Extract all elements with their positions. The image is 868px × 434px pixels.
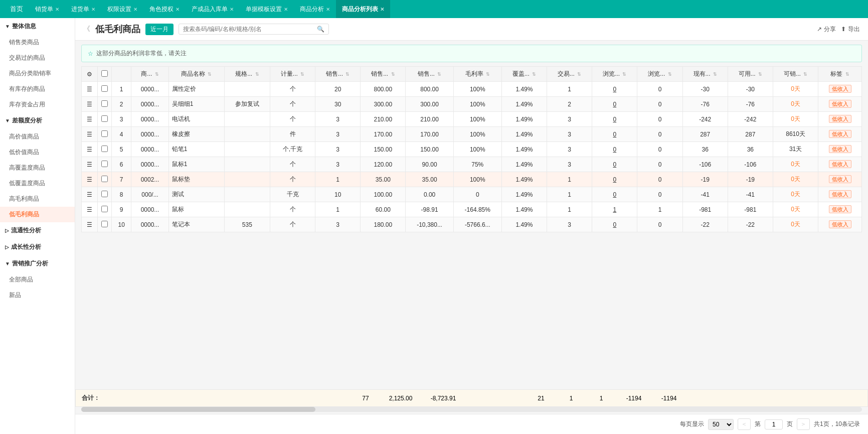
cell-view1[interactable]: 0 [592,112,637,127]
cell-settings[interactable]: ☰ [82,217,98,232]
view1-link[interactable]: 0 [613,86,616,93]
col-sale-price[interactable]: 销售... ⇅ [361,67,406,82]
col-tag[interactable]: 标签 ⇅ [818,67,862,82]
row-checkbox[interactable] [101,191,108,197]
sidebar-item-low-margin[interactable]: 低毛利商品 [0,207,75,222]
cell-view1[interactable]: 0 [592,157,637,172]
cell-settings[interactable]: ☰ [82,82,98,97]
view1-link[interactable]: 0 [613,101,616,108]
search-input[interactable] [183,26,315,33]
sidebar-group-difference-analysis[interactable]: ▼ 差额度分析 [0,112,75,129]
nav-purchase-close-icon[interactable]: ✕ [91,7,95,12]
cell-view1[interactable]: 0 [592,142,637,157]
next-page-button[interactable]: ＞ [797,418,810,430]
cell-view1[interactable]: 0 [592,127,637,142]
row-checkbox[interactable] [101,115,108,122]
cell-view1[interactable]: 0 [592,187,637,202]
nav-sales-close-icon[interactable]: ✕ [55,7,59,12]
nav-permission-settings[interactable]: 权限设置 ✕ [101,0,143,18]
nav-analysis-list-close-icon[interactable]: ✕ [380,7,384,12]
cell-settings[interactable]: ☰ [82,187,98,202]
sidebar-item-in-stock-products[interactable]: 有库存的商品 [0,81,75,97]
row-checkbox[interactable] [101,85,108,92]
cell-view1[interactable]: 0 [592,217,637,232]
col-sale-qty[interactable]: 销售... ⇅ [315,67,361,82]
sidebar-item-sales-products[interactable]: 销售类商品 [0,35,75,50]
view1-link[interactable]: 1 [613,206,616,213]
view1-link[interactable]: 0 [613,146,616,153]
sidebar-group-marketing[interactable]: ▼ 营销推广分析 [0,255,75,272]
nav-product-close-icon[interactable]: ✕ [230,7,234,12]
collapse-sidebar-button[interactable]: 《 [83,25,90,34]
sidebar-group-overview[interactable]: ▼ 整体信息 [0,18,75,35]
horizontal-scrollbar[interactable] [81,407,862,412]
cell-view1[interactable]: 0 [592,82,637,97]
cell-check[interactable] [98,112,112,127]
nav-sales-order[interactable]: 销货单 ✕ [29,0,65,18]
sidebar-group-liquidity[interactable]: ▷ 流通性分析 [0,222,75,239]
page-number-input[interactable] [765,419,783,429]
cell-settings[interactable]: ☰ [82,202,98,217]
page-size-select[interactable]: 50 100 200 [708,419,734,430]
col-coverage[interactable]: 覆盖... ⇅ [501,67,547,82]
view1-link[interactable]: 0 [613,161,616,168]
cell-check[interactable] [98,157,112,172]
sidebar-group-growth[interactable]: ▷ 成长性分析 [0,239,75,255]
search-icon[interactable]: 🔍 [317,26,324,33]
nav-product-analysis[interactable]: 商品分析 ✕ [294,0,336,18]
cell-settings[interactable]: ☰ [82,97,98,112]
cell-settings[interactable]: ☰ [82,127,98,142]
select-all-checkbox[interactable] [101,70,108,77]
nav-template-settings[interactable]: 单据模板设置 ✕ [240,0,294,18]
view1-link[interactable]: 0 [613,191,616,198]
cell-settings[interactable]: ☰ [82,172,98,187]
row-checkbox[interactable] [101,130,108,137]
sidebar-item-stock-capital[interactable]: 库存资金占用 [0,97,75,112]
row-checkbox[interactable] [101,176,108,182]
col-trade[interactable]: 交易... ⇅ [547,67,592,82]
nav-template-close-icon[interactable]: ✕ [284,7,288,12]
sidebar-item-category-sales-rate[interactable]: 商品分类助销率 [0,66,75,81]
nav-analysis-close-icon[interactable]: ✕ [326,7,330,12]
cell-view1[interactable]: 0 [592,172,637,187]
col-view1[interactable]: 浏览... ⇅ [592,67,637,82]
sidebar-item-all-products[interactable]: 全部商品 [0,272,75,287]
sidebar-item-new-products[interactable]: 新品 [0,287,75,303]
nav-product-analysis-list[interactable]: 商品分析列表 ✕ [336,0,390,18]
cell-settings[interactable]: ☰ [82,157,98,172]
col-name[interactable]: 商品名称 ⇅ [168,67,224,82]
col-unit[interactable]: 计量... ⇅ [270,67,315,82]
cell-view1[interactable]: 1 [592,202,637,217]
col-view2[interactable]: 浏览... ⇅ [637,67,682,82]
sidebar-item-low-coverage[interactable]: 低覆盖度商品 [0,176,75,191]
col-saleable[interactable]: 可销... ⇅ [773,67,818,82]
view1-link[interactable]: 0 [613,176,616,183]
cell-settings[interactable]: ☰ [82,112,98,127]
cell-check[interactable] [98,172,112,187]
col-spec[interactable]: 规格... ⇅ [224,67,270,82]
col-code[interactable]: 商... ⇅ [131,67,168,82]
col-settings[interactable]: ⚙ [82,67,98,82]
cell-settings[interactable]: ☰ [82,142,98,157]
share-button[interactable]: ↗ 分享 [817,25,836,34]
sidebar-item-high-coverage[interactable]: 高覆盖度商品 [0,160,75,176]
view1-link[interactable]: 0 [613,221,616,228]
cell-check[interactable] [98,127,112,142]
col-margin[interactable]: 毛利率 ⇅ [453,67,501,82]
period-button[interactable]: 近一月 [145,24,173,35]
nav-home[interactable]: 首页 [4,0,29,18]
prev-page-button[interactable]: ＜ [738,418,751,430]
cell-check[interactable] [98,202,112,217]
sidebar-item-traded-products[interactable]: 交易过的商品 [0,50,75,66]
row-checkbox[interactable] [101,100,108,107]
cell-check[interactable] [98,97,112,112]
row-checkbox[interactable] [101,206,108,212]
cell-check[interactable] [98,82,112,97]
cell-view1[interactable]: 0 [592,97,637,112]
sidebar-item-low-value[interactable]: 低价值商品 [0,144,75,160]
sidebar-item-high-value[interactable]: 高价值商品 [0,129,75,144]
nav-permission-close-icon[interactable]: ✕ [133,7,137,12]
view1-link[interactable]: 0 [613,131,616,138]
row-checkbox[interactable] [101,146,108,152]
nav-product-in[interactable]: 产成品入库单 ✕ [186,0,240,18]
